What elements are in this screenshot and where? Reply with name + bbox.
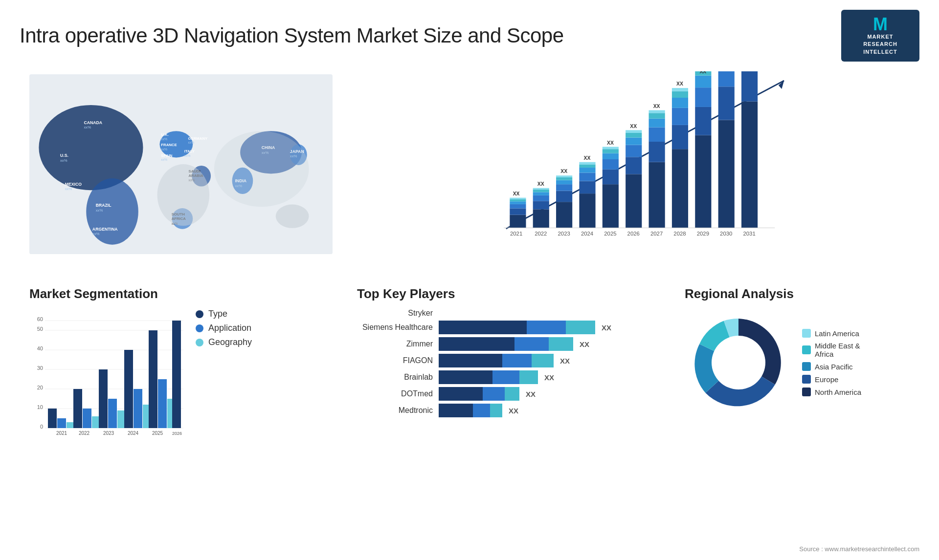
svg-rect-95 bbox=[649, 142, 665, 162]
player-name-medtronic: Medtronic bbox=[357, 406, 433, 415]
svg-text:xx%: xx% bbox=[161, 148, 167, 151]
segmentation-legend: Type Application Geography bbox=[196, 309, 252, 347]
player-row-siemens: Siemens Healthcare XX bbox=[357, 321, 660, 334]
svg-rect-81 bbox=[603, 153, 619, 159]
player-value-brainlab: XX bbox=[544, 373, 554, 382]
svg-rect-58 bbox=[533, 190, 549, 193]
svg-point-41 bbox=[157, 164, 210, 226]
svg-text:2026: 2026 bbox=[172, 431, 182, 436]
player-bar-siemens-segments bbox=[439, 321, 595, 334]
player-row-dotmed: DOTmed XX bbox=[357, 387, 660, 401]
svg-rect-141 bbox=[48, 409, 57, 428]
svg-rect-90 bbox=[626, 133, 642, 137]
player-value-zimmer: XX bbox=[580, 340, 589, 348]
svg-rect-123 bbox=[741, 71, 758, 102]
regional-legend-middle-east: Middle East &Africa bbox=[802, 342, 861, 358]
svg-rect-86 bbox=[626, 174, 642, 228]
svg-text:30: 30 bbox=[37, 365, 43, 371]
svg-rect-74 bbox=[579, 165, 595, 168]
svg-text:xx%: xx% bbox=[92, 232, 100, 236]
svg-rect-49 bbox=[510, 201, 526, 204]
legend-item-type: Type bbox=[196, 309, 252, 319]
svg-rect-150 bbox=[108, 399, 117, 428]
svg-text:xx%: xx% bbox=[161, 158, 167, 161]
player-row-medtronic: Medtronic XX bbox=[357, 404, 660, 417]
svg-text:60: 60 bbox=[37, 316, 43, 322]
svg-text:XX: XX bbox=[537, 181, 544, 187]
svg-text:2021: 2021 bbox=[56, 431, 67, 436]
player-row-fiagon: FIAGON XX bbox=[357, 354, 660, 367]
svg-rect-79 bbox=[603, 170, 619, 184]
svg-text:BRAZIL: BRAZIL bbox=[96, 203, 112, 208]
svg-rect-102 bbox=[672, 149, 688, 228]
player-bar-fiagon: XX bbox=[439, 354, 570, 367]
logo-text: MARKET RESEARCH INTELLECT bbox=[863, 33, 897, 56]
svg-rect-99 bbox=[649, 110, 665, 113]
bottom-row: Market Segmentation 0 10 20 30 40 50 60 bbox=[20, 277, 919, 560]
svg-text:U.S.: U.S. bbox=[60, 153, 68, 158]
svg-text:2023: 2023 bbox=[103, 431, 114, 436]
svg-rect-71 bbox=[579, 181, 595, 194]
svg-text:ARGENTINA: ARGENTINA bbox=[92, 227, 118, 232]
svg-text:10: 10 bbox=[37, 404, 43, 410]
svg-rect-122 bbox=[741, 102, 758, 228]
svg-point-43 bbox=[276, 205, 309, 228]
svg-text:2031: 2031 bbox=[743, 231, 755, 237]
svg-text:2026: 2026 bbox=[627, 231, 640, 237]
seg-chart-row: 0 10 20 30 40 50 60 bbox=[29, 309, 333, 436]
svg-rect-62 bbox=[556, 202, 572, 228]
svg-rect-80 bbox=[603, 159, 619, 170]
player-name-fiagon: FIAGON bbox=[357, 356, 433, 365]
svg-rect-59 bbox=[533, 188, 549, 190]
svg-text:xx%: xx% bbox=[161, 137, 167, 141]
svg-rect-106 bbox=[672, 91, 688, 98]
player-bar-zimmer: XX bbox=[439, 337, 589, 351]
legend-item-geography: Geography bbox=[196, 337, 252, 347]
player-row-brainlab: Brainlab XX bbox=[357, 370, 660, 384]
player-name-siemens: Siemens Healthcare bbox=[357, 323, 433, 332]
player-value-fiagon: XX bbox=[560, 357, 570, 365]
donut-container: Latin America Middle East &Africa Asia P… bbox=[685, 309, 910, 416]
page-title: Intra operative 3D Navigation System Mar… bbox=[20, 24, 564, 47]
svg-text:xx%: xx% bbox=[188, 141, 195, 145]
logo: M MARKET RESEARCH INTELLECT bbox=[841, 10, 919, 62]
player-value-medtronic: XX bbox=[509, 407, 518, 415]
svg-rect-82 bbox=[603, 149, 619, 153]
svg-rect-154 bbox=[134, 389, 142, 428]
legend-color-asia-pacific bbox=[802, 362, 811, 371]
svg-rect-91 bbox=[626, 130, 642, 133]
svg-rect-110 bbox=[695, 135, 711, 228]
svg-rect-111 bbox=[695, 107, 711, 135]
svg-rect-98 bbox=[649, 113, 665, 118]
player-bar-brainlab: XX bbox=[439, 370, 554, 384]
svg-rect-46 bbox=[510, 215, 526, 228]
svg-text:xx%: xx% bbox=[184, 154, 191, 157]
svg-text:CANADA: CANADA bbox=[84, 120, 102, 125]
player-bar-dotmed: XX bbox=[439, 387, 536, 401]
players-list: Stryker Siemens Healthcare XX bbox=[357, 309, 660, 417]
svg-rect-73 bbox=[579, 168, 595, 172]
svg-rect-64 bbox=[556, 184, 572, 191]
svg-rect-97 bbox=[649, 119, 665, 128]
svg-rect-83 bbox=[603, 147, 619, 150]
svg-text:20: 20 bbox=[37, 385, 43, 390]
svg-text:MEXICO: MEXICO bbox=[65, 182, 82, 187]
regional-legend-europe: Europe bbox=[802, 375, 861, 384]
player-bar-brainlab-segments bbox=[439, 370, 538, 384]
player-bar-siemens: XX bbox=[439, 321, 611, 334]
svg-text:2025: 2025 bbox=[152, 431, 163, 436]
key-players-title: Top Key Players bbox=[357, 286, 660, 302]
bar-chart-section: 2021 XX 2022 XX 2023 XX bbox=[342, 66, 919, 277]
regional-legend-north-america: North America bbox=[802, 388, 861, 396]
svg-text:XX: XX bbox=[653, 104, 660, 109]
svg-text:2024: 2024 bbox=[581, 231, 593, 237]
svg-text:ITALY: ITALY bbox=[184, 149, 195, 153]
svg-rect-72 bbox=[579, 173, 595, 181]
player-value-siemens: XX bbox=[602, 323, 611, 332]
svg-text:2023: 2023 bbox=[558, 231, 570, 237]
legend-dot-geography bbox=[196, 339, 203, 346]
svg-rect-96 bbox=[649, 128, 665, 142]
svg-text:2027: 2027 bbox=[650, 231, 663, 237]
player-name-dotmed: DOTmed bbox=[357, 389, 433, 398]
svg-rect-119 bbox=[718, 71, 735, 86]
